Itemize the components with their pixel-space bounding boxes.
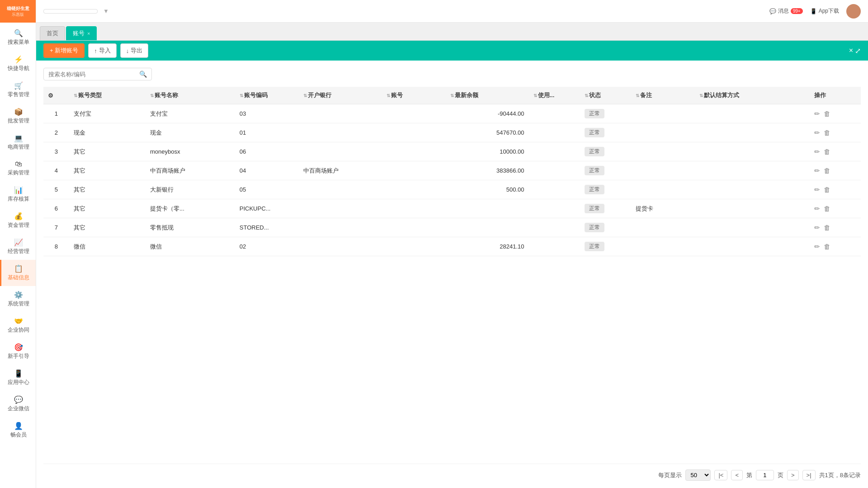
content-area: 🔍 ⚙ ⇅账号类型 ⇅账号名称 ⇅账号编码 ⇅开户银行 ⇅账号 ⇅最新余额 ⇅使… xyxy=(36,61,868,488)
row-name-3: 中百商场账户 xyxy=(146,161,235,180)
delete-button-6[interactable]: 🗑 xyxy=(824,224,830,232)
edit-button-7[interactable]: ✏ xyxy=(814,243,820,251)
edit-button-4[interactable]: ✏ xyxy=(814,186,820,194)
search-box[interactable]: 🔍 xyxy=(43,68,152,80)
sidebar-item-agreement[interactable]: 🤝企业协同 xyxy=(0,312,36,338)
basic-icon: 📋 xyxy=(14,264,23,273)
sidebar-item-ecommerce[interactable]: 💻电商管理 xyxy=(0,129,36,155)
sidebar-label-member: 畅会员 xyxy=(10,431,27,439)
sidebar-item-system[interactable]: ⚙️系统管理 xyxy=(0,286,36,312)
delete-button-3[interactable]: 🗑 xyxy=(824,167,830,175)
row-account-4 xyxy=(382,180,446,199)
edit-button-1[interactable]: ✏ xyxy=(814,129,820,137)
tab-account[interactable]: 账号× xyxy=(66,26,97,40)
per-page-select[interactable]: 50 20 100 xyxy=(685,469,711,481)
delete-button-0[interactable]: 🗑 xyxy=(824,110,830,118)
edit-button-3[interactable]: ✏ xyxy=(814,167,820,175)
col-remark-header[interactable]: ⇅备注 xyxy=(631,87,695,104)
last-page-button[interactable]: >| xyxy=(802,470,816,480)
row-code-7: 02 xyxy=(235,237,299,256)
export-button[interactable]: ↓ 导出 xyxy=(120,43,149,58)
col-code-header[interactable]: ⇅账号编码 xyxy=(235,87,299,104)
sidebar-item-finance[interactable]: 💰资金管理 xyxy=(0,207,36,234)
sidebar-item-retail[interactable]: 🛒零售管理 xyxy=(0,77,36,103)
row-name-5: 提货卡（零... xyxy=(146,199,235,218)
pagination: 每页显示 50 20 100 |< < 第 页 > >| 共1页，8条记录 xyxy=(43,464,861,481)
row-bank-6 xyxy=(299,218,382,237)
sidebar-item-operations[interactable]: 📈经营管理 xyxy=(0,234,36,260)
avatar[interactable] xyxy=(846,4,861,19)
col-default-header[interactable]: ⇅默认结算方式 xyxy=(695,87,810,104)
row-default-6 xyxy=(695,218,810,237)
row-type-5: 其它 xyxy=(69,199,146,218)
row-account-5 xyxy=(382,199,446,218)
next-page-button[interactable]: > xyxy=(787,470,799,480)
row-num-1: 2 xyxy=(43,123,69,142)
prev-page-button[interactable]: < xyxy=(731,470,743,480)
col-status-header[interactable]: ⇅状态 xyxy=(580,87,631,104)
row-num-4: 5 xyxy=(43,180,69,199)
col-balance-header[interactable]: ⇅最新余额 xyxy=(446,87,529,104)
chevron-down-icon[interactable]: ▼ xyxy=(103,8,109,14)
col-usage-header[interactable]: ⇅使用... xyxy=(529,87,580,104)
app-download-button[interactable]: 📱 App下载 xyxy=(810,7,839,15)
delete-button-5[interactable]: 🗑 xyxy=(824,205,830,213)
col-type-header[interactable]: ⇅账号类型 xyxy=(69,87,146,104)
sidebar-item-inventory[interactable]: 📊库存核算 xyxy=(0,181,36,207)
row-bank-5 xyxy=(299,199,382,218)
row-balance-0: -90444.00 xyxy=(446,104,529,123)
page-input[interactable] xyxy=(756,470,774,480)
row-usage-7 xyxy=(529,237,580,256)
sidebar-item-guide[interactable]: 🎯新手引导 xyxy=(0,338,36,365)
sidebar-item-shortcut[interactable]: ⚡快捷导航 xyxy=(0,51,36,77)
col-account-header[interactable]: ⇅账号 xyxy=(382,87,446,104)
delete-button-4[interactable]: 🗑 xyxy=(824,186,830,194)
col-name-header[interactable]: ⇅账号名称 xyxy=(146,87,235,104)
row-remark-4 xyxy=(631,180,695,199)
delete-button-7[interactable]: 🗑 xyxy=(824,243,830,251)
expand-icon[interactable]: ⤢ xyxy=(855,47,861,55)
col-bank-header[interactable]: ⇅开户银行 xyxy=(299,87,382,104)
row-account-6 xyxy=(382,218,446,237)
row-balance-2: 10000.00 xyxy=(446,142,529,161)
agreement-icon: 🤝 xyxy=(14,317,23,325)
sidebar-item-enterprise_wx[interactable]: 💬企业微信 xyxy=(0,391,36,417)
row-code-0: 03 xyxy=(235,104,299,123)
edit-button-0[interactable]: ✏ xyxy=(814,110,820,118)
tab-label-account: 账号 xyxy=(73,29,85,38)
row-balance-7: 28241.10 xyxy=(446,237,529,256)
row-num-7: 8 xyxy=(43,237,69,256)
sidebar-item-search[interactable]: 🔍搜索菜单 xyxy=(0,24,36,51)
new-account-button[interactable]: + 新增账号 xyxy=(43,43,85,58)
export-label: 导出 xyxy=(131,47,142,55)
search-icon: 🔍 xyxy=(14,29,23,38)
table-row: 1 支付宝 支付宝 03 -90444.00 正常 ✏ 🗑 xyxy=(43,104,861,123)
row-usage-3 xyxy=(529,161,580,180)
message-button[interactable]: 💬 消息 99+ xyxy=(769,7,803,15)
first-page-button[interactable]: |< xyxy=(714,470,727,480)
close-window-icon[interactable]: × xyxy=(849,47,853,55)
row-bank-7 xyxy=(299,237,382,256)
sidebar-label-basic: 基础信息 xyxy=(8,274,29,282)
tab-close-account[interactable]: × xyxy=(87,31,90,36)
row-action-5: ✏ 🗑 xyxy=(810,199,861,218)
search-input[interactable] xyxy=(48,71,139,78)
row-usage-0 xyxy=(529,104,580,123)
delete-button-1[interactable]: 🗑 xyxy=(824,129,830,137)
sidebar-item-member[interactable]: 👤畅会员 xyxy=(0,417,36,443)
sidebar-label-ecommerce: 电商管理 xyxy=(8,143,29,151)
col-settings-header[interactable]: ⚙ xyxy=(43,87,69,104)
delete-button-2[interactable]: 🗑 xyxy=(824,148,830,156)
row-usage-1 xyxy=(529,123,580,142)
tab-home[interactable]: 首页 xyxy=(40,26,65,40)
sidebar-item-basic[interactable]: 📋基础信息 xyxy=(0,260,36,286)
sidebar-item-wholesale[interactable]: 📦批发管理 xyxy=(0,103,36,129)
edit-button-2[interactable]: ✏ xyxy=(814,148,820,156)
sidebar-item-purchase[interactable]: 🛍采购管理 xyxy=(0,155,36,181)
sidebar-item-app_center[interactable]: 📱应用中心 xyxy=(0,365,36,391)
row-status-5: 正常 xyxy=(580,199,631,218)
import-button[interactable]: ↑ 导入 xyxy=(88,43,117,58)
edit-button-5[interactable]: ✏ xyxy=(814,205,820,213)
edit-button-6[interactable]: ✏ xyxy=(814,224,820,232)
app-icon: 📱 xyxy=(810,8,817,14)
